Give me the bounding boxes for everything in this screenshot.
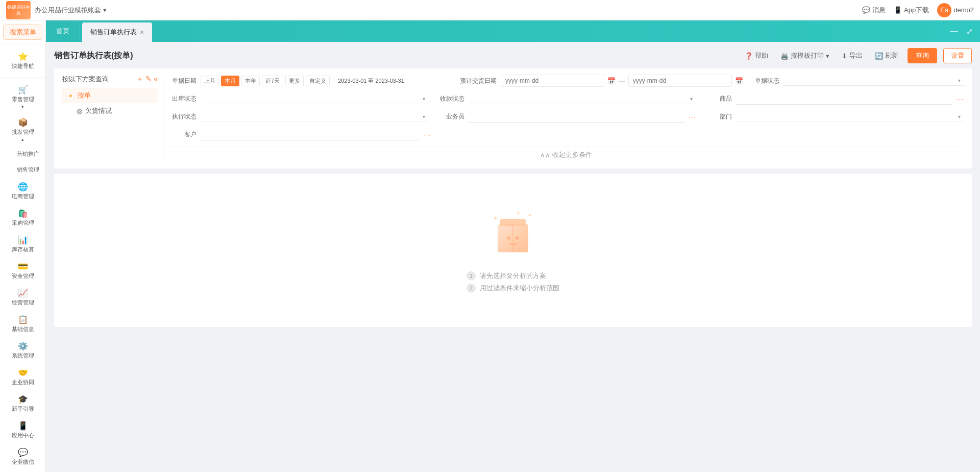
inventory-icon: 📊 [18, 235, 28, 245]
filter-exec-item: 执行状态 ▾ [168, 112, 428, 122]
sidebar-item-purchase[interactable]: 🛍️ 采购管理 [0, 204, 45, 231]
expected-date-start[interactable] [501, 75, 604, 87]
messages-btn[interactable]: 💬 消息 [862, 6, 886, 15]
status-label: 单据状态 [751, 77, 779, 85]
message-icon: 💬 [862, 6, 870, 14]
topbar: 畅捷通好生意 办公用品行业模拟账套 ▾ 💬 消息 📱 App下载 Ea demo… [0, 0, 980, 20]
customer-input[interactable] [201, 129, 420, 140]
status-select[interactable]: ▾ [783, 76, 964, 86]
date-start-icon[interactable]: 📅 [607, 77, 616, 85]
industry-selector[interactable]: 办公用品行业模拟账套 ▾ [35, 6, 107, 15]
date-btn-more[interactable]: 更多 [285, 76, 304, 86]
refresh-icon: 🔄 [875, 52, 883, 60]
goods-label: 商品 [704, 95, 732, 103]
date-btn-7days[interactable]: 近7天 [262, 76, 283, 86]
print-icon: 🖨️ [780, 52, 789, 60]
tab-maximize-btn[interactable]: ⤢ [963, 25, 976, 38]
search-button[interactable]: 查询 [908, 48, 937, 63]
date-btn-this-month[interactable]: 本月 [221, 76, 239, 86]
sidebar-item-app-center[interactable]: 📱 应用中心 [0, 417, 45, 443]
tab-sales-exec[interactable]: 销售订单执行表 × [82, 22, 152, 42]
department-label: 部门 [704, 112, 732, 121]
sidebar-item-inventory[interactable]: 📊 库存核算 [0, 231, 45, 257]
sidebar-item-ecommerce[interactable]: 🌐 电商管理 [0, 178, 45, 204]
sidebar-item-guide[interactable]: 🎓 新手引导 [0, 390, 45, 417]
sidebar-item-finance[interactable]: 💳 资金管理 [0, 257, 45, 284]
empty-hints: 1 请先选择要分析的方案 2 用过滤条件来缩小分析范围 [467, 270, 559, 294]
exec-label: 执行状态 [168, 112, 197, 121]
edit-plan-icon[interactable]: ✎ [145, 75, 152, 84]
refresh-button[interactable]: 🔄 刷新 [872, 49, 901, 62]
user-profile[interactable]: Ea demo2 [937, 3, 974, 17]
filter-department-item: 部门 ▾ [704, 112, 964, 122]
app-download-btn[interactable]: 📱 App下载 [894, 6, 929, 15]
sidebar-item-sales[interactable]: 销售管理 [10, 162, 45, 178]
sidebar-item-system[interactable]: ⚙️ 系统管理 [0, 337, 45, 364]
svg-text:✦: ✦ [527, 211, 533, 219]
date-btn-last-month[interactable]: 上月 [201, 76, 219, 86]
sidebar-item-wechat[interactable]: 💬 企业微信 [0, 443, 45, 470]
sidebar-item-retail[interactable]: 🛒 零售管理 ▾ [0, 81, 45, 113]
tabbar-spacer [152, 20, 943, 42]
main-layout: 搜索菜单 ⭐ 快捷导航 🛒 零售管理 ▾ 📦 批发管理 ▴ 营销 [0, 20, 980, 472]
system-icon: ⚙️ [18, 341, 28, 351]
salesperson-input[interactable] [469, 111, 685, 123]
filter-panel: 按以下方案查询 ＋ ✎ « 🔸 按单 ◎ 欠 [54, 68, 972, 169]
receipt-arrow-icon: ▾ [690, 96, 693, 102]
salesperson-more-icon[interactable]: ··· [689, 113, 696, 121]
ecommerce-icon: 🌐 [18, 182, 28, 192]
sidebar-search-area: 搜索菜单 [0, 20, 45, 44]
date-end-icon[interactable]: 📅 [735, 77, 743, 85]
sidebar-item-basic[interactable]: 📋 基础信息 [0, 311, 45, 337]
collapse-left-icon[interactable]: « [154, 75, 158, 84]
expected-date-label: 预计交货日期 [460, 77, 497, 85]
export-icon: ⬇ [842, 52, 847, 60]
filter-status-item: 单据状态 ▾ [751, 76, 964, 86]
delivery-select[interactable]: ▾ [201, 94, 428, 104]
customer-more-icon[interactable]: ··· [424, 131, 431, 138]
tab-home[interactable]: 首页 [46, 20, 80, 42]
receipt-select[interactable]: ▾ [469, 94, 696, 104]
wholesale-arrow: ▴ [21, 137, 24, 142]
goods-input[interactable] [736, 93, 952, 105]
print-button[interactable]: 🖨️ 按模板打印 ▾ [777, 49, 832, 62]
sidebar-item-marketing[interactable]: 营销推广 [10, 146, 45, 162]
add-plan-icon[interactable]: ＋ [136, 75, 143, 84]
settings-button[interactable]: 设置 [943, 48, 972, 63]
sidebar-item-operation[interactable]: 📈 经营管理 [0, 284, 45, 311]
chevron-down-icon: ▾ [103, 6, 107, 14]
date-btn-custom[interactable]: 自定义 [306, 76, 330, 86]
help-button[interactable]: ❓ 帮助 [742, 49, 771, 62]
sidebar-item-wholesale[interactable]: 📦 批发管理 ▴ [0, 113, 45, 146]
tab-close-icon[interactable]: × [140, 28, 144, 36]
sidebar-item-corp[interactable]: 🤝 企业协同 [0, 364, 45, 390]
sidebar-item-member[interactable]: 👤 畅会员 [0, 470, 45, 472]
sidebar-item-quick-nav[interactable]: ⭐ 快捷导航 [0, 48, 45, 74]
tab-minimize-btn[interactable]: — [947, 25, 961, 38]
help-icon: ❓ [745, 52, 753, 60]
empty-icon: ✦ ✦ ✦ [487, 206, 538, 257]
export-button[interactable]: ⬇ 导出 [839, 49, 866, 62]
wechat-icon: 💬 [18, 447, 28, 457]
expected-date-range: 📅 — 📅 [501, 75, 743, 87]
topbar-left: 畅捷通好生意 办公用品行业模拟账套 ▾ [6, 1, 107, 19]
plan-sub: ◎ 欠货情况 [62, 103, 158, 119]
empty-hint-2: 2 用过滤条件来缩小分析范围 [467, 282, 559, 294]
empty-hint-1: 1 请先选择要分析的方案 [467, 270, 559, 282]
filter-receipt-item: 收款状态 ▾ [436, 94, 696, 104]
exec-arrow-icon: ▾ [423, 114, 425, 120]
empty-state: ✦ ✦ ✦ 1 [54, 174, 972, 327]
search-menu-button[interactable]: 搜索菜单 [3, 25, 42, 40]
filter-row-exec: 执行状态 ▾ 业务员 ··· 部门 [168, 111, 964, 123]
goods-more-icon[interactable]: ··· [957, 95, 964, 103]
expected-date-end[interactable] [628, 75, 732, 87]
collapse-bar[interactable]: ∧∧ 收起更多条件 [168, 147, 964, 162]
exec-select[interactable]: ▾ [201, 112, 428, 122]
date-btn-this-year[interactable]: 本年 [241, 76, 260, 86]
plan-item-order[interactable]: 🔸 按单 [62, 88, 158, 103]
content-area: 首页 销售订单执行表 × — ⤢ 销售订单执行表(按单) ❓ 帮助 [46, 20, 980, 472]
filter-left: 按以下方案查询 ＋ ✎ « 🔸 按单 ◎ 欠 [62, 75, 164, 162]
plan-item-debt[interactable]: ◎ 欠货情况 [72, 103, 158, 119]
department-select[interactable]: ▾ [736, 112, 964, 122]
filter-customer-item: 客户 ··· [168, 129, 431, 140]
